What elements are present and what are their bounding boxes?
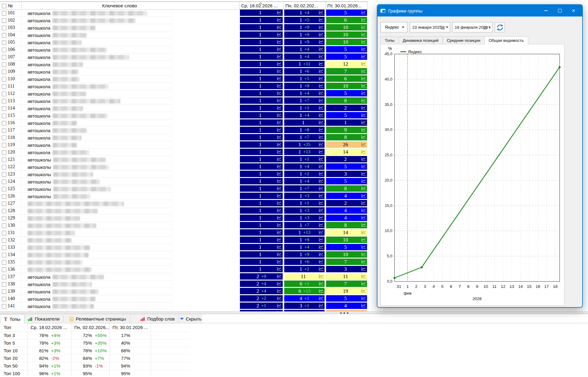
- position-cell[interactable]: 7: [326, 281, 367, 287]
- keyword-cell[interactable]: [21, 215, 239, 222]
- mini-chart-icon[interactable]: [318, 274, 324, 278]
- mini-chart-icon[interactable]: [277, 259, 282, 264]
- keyword-cell[interactable]: [21, 244, 239, 251]
- position-cell[interactable]: 1+9: [284, 237, 325, 243]
- keyword-cell[interactable]: автошкола: [21, 295, 239, 303]
- position-cell[interactable]: 5: [326, 53, 367, 60]
- position-cell[interactable]: 10: [326, 31, 367, 38]
- position-cell[interactable]: 2+4: [240, 288, 283, 294]
- row-checkbox[interactable]: [2, 187, 6, 191]
- mini-chart-icon[interactable]: [318, 216, 324, 220]
- mini-chart-icon[interactable]: [318, 62, 324, 66]
- keyword-cell[interactable]: автошкола: [21, 149, 239, 156]
- mini-chart-icon[interactable]: [277, 10, 282, 15]
- position-cell[interactable]: 1: [240, 83, 283, 89]
- mini-chart-icon[interactable]: [277, 267, 282, 271]
- row-checkbox[interactable]: [2, 128, 6, 133]
- mini-chart-icon[interactable]: [277, 303, 282, 308]
- keyword-cell[interactable]: автошкола: [21, 97, 239, 105]
- mini-chart-icon[interactable]: [277, 296, 282, 300]
- position-cell[interactable]: 6: [326, 17, 367, 23]
- mini-chart-icon[interactable]: [361, 150, 366, 154]
- tab-tops[interactable]: T Топы: [0, 314, 24, 324]
- mini-chart-icon[interactable]: [361, 25, 366, 29]
- keyword-cell[interactable]: автошколы: [21, 185, 239, 193]
- mini-chart-icon[interactable]: [277, 252, 282, 256]
- position-cell[interactable]: 7: [326, 68, 367, 74]
- mini-chart-icon[interactable]: [361, 120, 366, 125]
- keyword-cell[interactable]: [21, 251, 239, 259]
- keyword-cell[interactable]: автошкола: [21, 61, 239, 68]
- mini-chart-icon[interactable]: [361, 18, 366, 22]
- keyword-cell[interactable]: [21, 237, 239, 244]
- mini-chart-icon[interactable]: [361, 98, 366, 103]
- position-cell[interactable]: 5: [326, 46, 367, 53]
- row-checkbox[interactable]: [2, 165, 6, 169]
- row-checkbox[interactable]: [2, 48, 6, 52]
- mini-chart-icon[interactable]: [318, 128, 324, 132]
- mini-chart-icon[interactable]: [277, 186, 282, 190]
- position-cell[interactable]: 1: [240, 215, 283, 221]
- tab-relevant-pages[interactable]: Релевантные страницы: [66, 315, 130, 323]
- row-checkbox[interactable]: [2, 282, 6, 287]
- position-cell[interactable]: 1: [240, 112, 283, 118]
- keyword-cell[interactable]: автошкола: [21, 46, 239, 53]
- mini-chart-icon[interactable]: [318, 208, 324, 212]
- mini-chart-icon[interactable]: [277, 157, 282, 161]
- position-cell[interactable]: 1: [240, 127, 283, 133]
- position-cell[interactable]: 1+9: [284, 83, 325, 89]
- row-checkbox[interactable]: [2, 194, 6, 199]
- mini-chart-icon[interactable]: [361, 62, 366, 66]
- position-cell[interactable]: 5: [326, 295, 367, 302]
- position-cell[interactable]: 1+7: [284, 97, 325, 104]
- keyword-cell[interactable]: автошкола: [21, 281, 239, 288]
- position-cell[interactable]: 10: [326, 24, 367, 31]
- row-checkbox[interactable]: [2, 121, 6, 125]
- mini-chart-icon[interactable]: [361, 40, 366, 44]
- position-cell[interactable]: 1: [240, 68, 283, 74]
- row-checkbox[interactable]: [2, 297, 6, 301]
- mini-chart-icon[interactable]: [277, 194, 282, 198]
- position-cell[interactable]: 1+3: [284, 193, 325, 199]
- position-cell[interactable]: 1: [240, 207, 283, 214]
- date-from-picker[interactable]: 23 января 2025 г. ▦: [410, 22, 450, 32]
- keyword-cell[interactable]: автошкола: [21, 105, 239, 112]
- position-cell[interactable]: 1: [240, 171, 283, 177]
- mini-chart-icon[interactable]: [361, 179, 366, 183]
- mini-chart-icon[interactable]: [318, 194, 324, 198]
- mini-chart-icon[interactable]: [361, 32, 366, 37]
- position-cell[interactable]: 11: [284, 273, 325, 280]
- mini-chart-icon[interactable]: [318, 135, 324, 139]
- row-checkbox[interactable]: [2, 179, 6, 184]
- mini-chart-icon[interactable]: [361, 303, 366, 308]
- mini-chart-icon[interactable]: [361, 201, 366, 205]
- mini-chart-icon[interactable]: [277, 40, 282, 44]
- mini-chart-icon[interactable]: [277, 179, 282, 183]
- mini-chart-icon[interactable]: [277, 135, 282, 139]
- mini-chart-icon[interactable]: [361, 289, 366, 293]
- mini-chart-icon[interactable]: [318, 289, 324, 293]
- position-cell[interactable]: 5: [326, 163, 367, 170]
- position-cell[interactable]: 6+1: [284, 281, 325, 287]
- mini-chart-icon[interactable]: [361, 10, 366, 15]
- position-cell[interactable]: 2: [326, 156, 367, 162]
- position-cell[interactable]: 5: [326, 112, 367, 118]
- row-checkbox[interactable]: [2, 136, 6, 140]
- mini-chart-icon[interactable]: [277, 47, 282, 51]
- row-checkbox[interactable]: [2, 260, 6, 265]
- position-cell[interactable]: 8: [326, 134, 367, 140]
- keyword-cell[interactable]: автошколы: [21, 193, 239, 200]
- mini-chart-icon[interactable]: [318, 18, 324, 22]
- mini-chart-icon[interactable]: [277, 84, 282, 88]
- mini-chart-icon[interactable]: [361, 106, 366, 110]
- position-cell[interactable]: 1: [326, 119, 367, 126]
- position-cell[interactable]: 9: [326, 127, 367, 133]
- mini-chart-icon[interactable]: [277, 230, 282, 234]
- position-cell[interactable]: 1+4: [284, 90, 325, 96]
- row-checkbox[interactable]: [2, 172, 6, 177]
- mini-chart-icon[interactable]: [361, 142, 366, 147]
- position-cell[interactable]: 4: [326, 215, 367, 221]
- mini-chart-icon[interactable]: [318, 91, 324, 95]
- mini-chart-icon[interactable]: [318, 230, 324, 234]
- mini-chart-icon[interactable]: [277, 216, 282, 220]
